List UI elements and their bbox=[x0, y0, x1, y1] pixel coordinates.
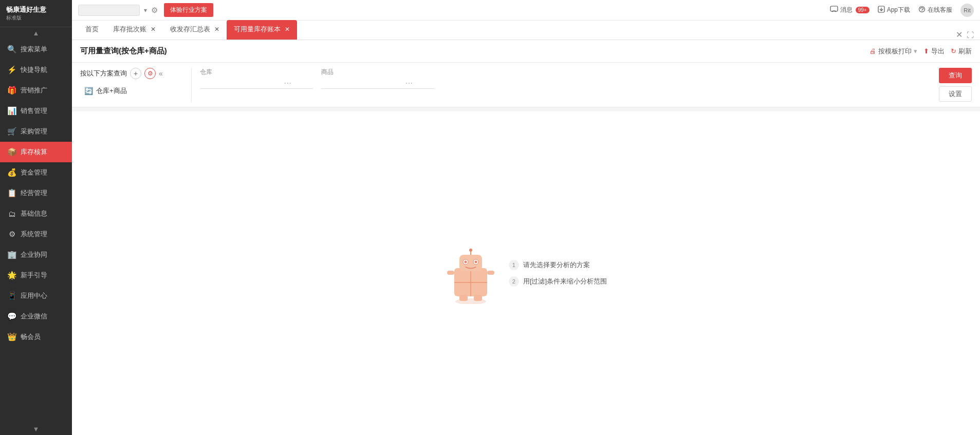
sidebar-item-finance[interactable]: 💰 资金管理 bbox=[0, 162, 72, 183]
tab-collection-summary[interactable]: 收发存汇总表 ✕ bbox=[163, 20, 227, 40]
sidebar-item-purchase[interactable]: 🛒 采购管理 bbox=[0, 121, 72, 142]
filter-collapse-button[interactable]: « bbox=[159, 69, 163, 78]
message-label: 消息 bbox=[840, 6, 853, 14]
print-dropdown-icon[interactable]: ▾ bbox=[914, 47, 917, 55]
sidebar-nav: 🔍 搜索菜单 ⚡ 快捷导航 🎁 营销推广 📊 销售管理 🛒 采购管理 📦 库存核… bbox=[0, 39, 72, 423]
sidebar-scroll-up[interactable]: ▲ bbox=[0, 27, 72, 39]
empty-text: 1 请先选择要分析的方案 2 用[过滤]条件来缩小分析范围 bbox=[509, 260, 607, 287]
sidebar-item-label: 销售管理 bbox=[21, 106, 47, 116]
settings-icon[interactable]: ⚙ bbox=[151, 6, 158, 15]
online-service-item[interactable]: 在线客服 bbox=[918, 6, 952, 14]
star-icon: 🌟 bbox=[7, 271, 16, 280]
empty-step-2-text: 用[过滤]条件来缩小分析范围 bbox=[523, 277, 607, 286]
sidebar-item-operation[interactable]: 📋 经营管理 bbox=[0, 183, 72, 203]
sidebar-item-label: 企业协同 bbox=[21, 250, 47, 259]
sidebar-item-system[interactable]: ⚙ 系统管理 bbox=[0, 224, 72, 244]
sidebar-item-label: 企业微信 bbox=[21, 312, 47, 321]
refresh-label: 刷新 bbox=[958, 47, 972, 56]
export-action[interactable]: ⬆ 导出 bbox=[923, 47, 945, 56]
sidebar-item-enterprise[interactable]: 🏢 企业协同 bbox=[0, 244, 72, 265]
sidebar-item-label: 资金管理 bbox=[21, 168, 47, 177]
export-label: 导出 bbox=[931, 47, 945, 56]
clipboard-icon: 📋 bbox=[7, 188, 16, 198]
gear-icon: ⚙ bbox=[7, 230, 16, 239]
sidebar-item-label: 基础信息 bbox=[21, 209, 47, 218]
filter-add-button[interactable]: + bbox=[130, 68, 141, 79]
empty-step-1: 1 请先选择要分析的方案 bbox=[509, 260, 607, 270]
tab-collection-summary-label: 收发存汇总表 bbox=[170, 25, 210, 34]
sidebar-item-wechat[interactable]: 💬 企业微信 bbox=[0, 306, 72, 327]
sidebar-item-search[interactable]: 🔍 搜索菜单 bbox=[0, 39, 72, 60]
sidebar-item-label: 应用中心 bbox=[21, 291, 47, 300]
app-download-item[interactable]: App下载 bbox=[878, 6, 910, 14]
main-area: ▾ ⚙ 体验行业方案 消息 99+ App下载 在线客服 bbox=[72, 0, 980, 435]
svg-rect-16 bbox=[487, 271, 494, 275]
filter-warehouse-dots[interactable]: ··· bbox=[284, 79, 292, 87]
tab-home[interactable]: 首页 bbox=[78, 20, 106, 40]
filter-settings-button[interactable]: 设置 bbox=[939, 86, 972, 102]
industry-solution-button[interactable]: 体验行业方案 bbox=[164, 3, 213, 17]
top-header: ▾ ⚙ 体验行业方案 消息 99+ App下载 在线客服 bbox=[72, 0, 980, 21]
search-icon: 🔍 bbox=[7, 45, 16, 54]
filter-scheme-header: 按以下方案查询 + ⚙ « bbox=[80, 68, 183, 79]
folder-icon: 🗂 bbox=[7, 210, 16, 218]
filter-bar: 按以下方案查询 + ⚙ « 🔄 仓库+商品 仓库 ··· bbox=[72, 63, 980, 107]
filter-gear-button[interactable]: ⚙ bbox=[144, 68, 156, 79]
tab-bar-expand-button[interactable]: ⛶ bbox=[967, 31, 974, 39]
chart-icon: 📊 bbox=[7, 106, 16, 116]
tab-available-ledger-close[interactable]: ✕ bbox=[285, 26, 290, 33]
filter-divider bbox=[191, 68, 192, 102]
print-label: 按模板打印 bbox=[878, 47, 912, 56]
filter-goods-label: 商品 bbox=[321, 68, 434, 77]
sidebar-item-label: 快捷导航 bbox=[21, 65, 47, 74]
box-icon: 📦 bbox=[7, 147, 16, 157]
svg-rect-17 bbox=[459, 295, 468, 301]
building-icon: 🏢 bbox=[7, 250, 16, 259]
sidebar-item-label: 采购管理 bbox=[21, 127, 47, 136]
print-action[interactable]: 🖨 按模板打印 ▾ bbox=[870, 47, 917, 56]
filter-goods-dots[interactable]: ··· bbox=[405, 79, 413, 87]
sidebar-scroll-down[interactable]: ▼ bbox=[0, 423, 72, 435]
dropdown-arrow-icon[interactable]: ▾ bbox=[144, 7, 147, 14]
sidebar-item-basic[interactable]: 🗂 基础信息 bbox=[0, 203, 72, 224]
page-content: 可用量查询(按仓库+商品) 🖨 按模板打印 ▾ ⬆ 导出 ↻ 刷新 bbox=[72, 40, 980, 435]
sidebar-item-marketing[interactable]: 🎁 营销推广 bbox=[0, 80, 72, 101]
app-download-label: App下载 bbox=[887, 6, 910, 14]
empty-state: 1 请先选择要分析的方案 2 用[过滤]条件来缩小分析范围 bbox=[72, 111, 980, 435]
empty-step-2: 2 用[过滤]条件来缩小分析范围 bbox=[509, 276, 607, 287]
sidebar-item-vip[interactable]: 👑 畅会员 bbox=[0, 327, 72, 347]
tab-batch-account-label: 库存批次账 bbox=[113, 25, 146, 34]
tab-bar-close-button[interactable]: ✕ bbox=[956, 30, 963, 40]
svg-point-3 bbox=[921, 11, 922, 11]
filter-goods-input-wrap: ··· bbox=[321, 79, 434, 89]
scheme-item-label: 仓库+商品 bbox=[96, 86, 127, 96]
sidebar-item-newbie[interactable]: 🌟 新手引导 bbox=[0, 265, 72, 286]
avatar: Rit bbox=[960, 4, 974, 17]
tab-available-ledger[interactable]: 可用量库存账本 ✕ bbox=[227, 20, 297, 40]
scheme-item-warehouse-goods[interactable]: 🔄 仓库+商品 bbox=[80, 83, 183, 99]
breadcrumb-input[interactable] bbox=[78, 5, 140, 16]
gift-icon: 🎁 bbox=[7, 86, 16, 95]
sidebar-item-sales[interactable]: 📊 销售管理 bbox=[0, 101, 72, 121]
filter-actions: 查询 设置 bbox=[939, 68, 972, 102]
crown-icon: 👑 bbox=[7, 332, 16, 342]
sidebar-logo: 畅康通好生意 标准版 bbox=[0, 0, 72, 27]
sidebar-item-label: 搜索菜单 bbox=[21, 45, 47, 54]
message-item[interactable]: 消息 99+ bbox=[830, 5, 870, 15]
tab-collection-summary-close[interactable]: ✕ bbox=[214, 26, 219, 33]
tab-bar-actions: ✕ ⛶ bbox=[956, 30, 974, 40]
user-avatar[interactable]: Rit bbox=[960, 4, 974, 17]
tab-home-label: 首页 bbox=[85, 25, 99, 34]
filter-warehouse-input-wrap: ··· bbox=[200, 79, 313, 89]
filter-field-warehouse: 仓库 ··· bbox=[200, 68, 313, 89]
query-button[interactable]: 查询 bbox=[939, 68, 972, 83]
filter-goods-input[interactable] bbox=[321, 79, 403, 87]
tab-batch-account[interactable]: 库存批次账 ✕ bbox=[106, 20, 163, 40]
tab-batch-account-close[interactable]: ✕ bbox=[151, 26, 156, 33]
filter-warehouse-input[interactable] bbox=[200, 79, 282, 87]
sidebar-item-app-center[interactable]: 📱 应用中心 bbox=[0, 286, 72, 306]
online-service-label: 在线客服 bbox=[928, 6, 952, 14]
refresh-action[interactable]: ↻ 刷新 bbox=[951, 47, 972, 56]
sidebar-item-quick-nav[interactable]: ⚡ 快捷导航 bbox=[0, 60, 72, 80]
sidebar-item-inventory[interactable]: 📦 库存核算 bbox=[0, 142, 72, 162]
